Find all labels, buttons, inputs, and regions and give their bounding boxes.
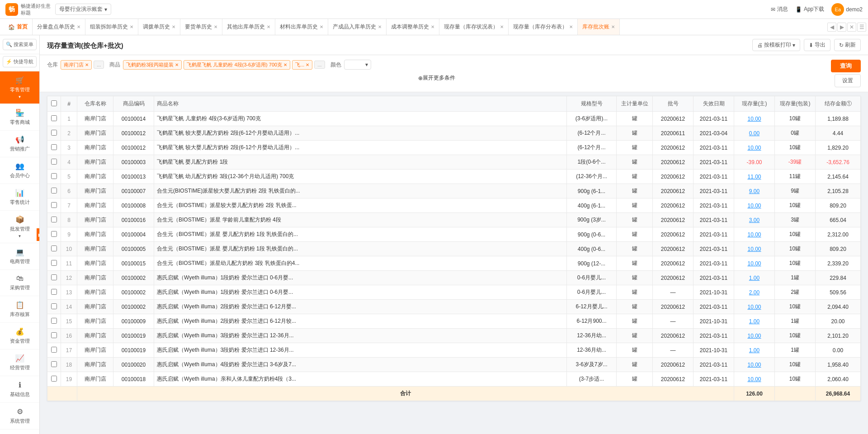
export-btn[interactable]: ⬇ 导出: [804, 39, 830, 51]
sidebar-item-finance[interactable]: 💰 资金管理: [0, 323, 39, 349]
cell-qty-main[interactable]: 11.00: [734, 170, 775, 184]
cell-qty-main[interactable]: 1.00: [734, 271, 775, 285]
close-icon[interactable]: ✕: [267, 24, 270, 29]
close-icon[interactable]: ✕: [611, 24, 615, 29]
nav-next-btn[interactable]: ▶: [837, 23, 846, 32]
cell-qty-main[interactable]: 10.00: [734, 358, 775, 372]
th-name[interactable]: 商品名称: [154, 96, 567, 112]
remove-product-tag-3[interactable]: ✕: [306, 62, 309, 67]
cell-checkbox[interactable]: [47, 170, 61, 184]
cell-checkbox[interactable]: [47, 198, 61, 213]
cell-checkbox[interactable]: [47, 155, 61, 170]
cell-qty-main[interactable]: 10.00: [734, 141, 775, 155]
nav-prev-btn[interactable]: ◀: [827, 23, 836, 32]
th-expire[interactable]: 失效日期: [693, 96, 734, 112]
row-checkbox[interactable]: [51, 274, 57, 280]
sidebar-item-management[interactable]: 📈 经营管理: [0, 349, 39, 376]
remove-product-tag-1[interactable]: ✕: [175, 62, 179, 67]
sidebar-item-ecommerce[interactable]: 💻 电商管理: [0, 243, 39, 270]
row-checkbox[interactable]: [51, 376, 57, 382]
product-tag-more[interactable]: ...: [314, 61, 325, 69]
th-balance[interactable]: 结存金额①: [816, 96, 861, 112]
cell-qty-main[interactable]: 10.00: [734, 198, 775, 213]
search-menu-btn[interactable]: 🔍 搜索菜单: [3, 39, 37, 50]
set-btn[interactable]: 设置: [835, 74, 861, 87]
cell-qty-main[interactable]: 2.00: [734, 285, 775, 300]
tab-order[interactable]: 要货单历史 ✕: [180, 19, 222, 35]
cell-checkbox[interactable]: [47, 271, 61, 285]
quick-nav-btn[interactable]: ⚡ 快捷导航: [3, 56, 37, 67]
cell-checkbox[interactable]: [47, 141, 61, 155]
cell-checkbox[interactable]: [47, 126, 61, 141]
row-checkbox[interactable]: [51, 173, 57, 179]
row-checkbox[interactable]: [51, 332, 57, 338]
tab-stock-status[interactable]: 现存量（库存状况表） ✕: [439, 19, 509, 35]
th-code[interactable]: 商品编码: [113, 96, 154, 112]
cell-checkbox[interactable]: [47, 372, 61, 387]
cell-qty-main[interactable]: 1.00: [734, 343, 775, 358]
th-unit[interactable]: 主计量单位: [617, 96, 653, 112]
sidebar-item-retail-stats[interactable]: 📊 零售统计: [0, 184, 39, 211]
close-icon[interactable]: ✕: [569, 24, 573, 29]
cell-checkbox[interactable]: [47, 184, 61, 198]
product-tag-1[interactable]: 飞鹤奶粉3段丙箱提装 ✕: [123, 60, 182, 70]
close-icon[interactable]: ✕: [172, 24, 175, 29]
sidebar-item-wholesale[interactable]: 📦 批发管理 ▼: [0, 211, 39, 243]
product-tag-3[interactable]: 飞... ✕: [292, 60, 312, 70]
company-selector[interactable]: 母婴行业演示账套 ▾: [55, 4, 111, 15]
remove-warehouse-tag[interactable]: ✕: [85, 62, 89, 67]
cell-qty-main[interactable]: 10.00: [734, 329, 775, 343]
row-checkbox[interactable]: [51, 217, 57, 222]
remove-product-tag-2[interactable]: ✕: [283, 62, 287, 67]
select-all-checkbox[interactable]: [51, 100, 57, 106]
th-batch[interactable]: 批号: [653, 96, 693, 112]
nav-menu-btn[interactable]: ☰: [857, 23, 866, 32]
row-checkbox[interactable]: [51, 289, 57, 295]
cell-qty-main[interactable]: 10.00: [734, 227, 775, 242]
cell-qty-main[interactable]: 10.00: [734, 242, 775, 256]
cell-checkbox[interactable]: [47, 285, 61, 300]
cell-qty-main[interactable]: 10.00: [734, 256, 775, 271]
cell-checkbox[interactable]: [47, 343, 61, 358]
sidebar-item-purchase[interactable]: 🛍 采购管理: [0, 270, 39, 296]
user-area[interactable]: Ea demo2: [831, 3, 863, 16]
row-checkbox[interactable]: [51, 260, 57, 266]
cell-checkbox[interactable]: [47, 329, 61, 343]
sidebar-item-collab[interactable]: 🤝 企业协同: [0, 429, 39, 434]
tab-transfer[interactable]: 调拨单历史 ✕: [138, 19, 180, 35]
close-icon[interactable]: ✕: [130, 24, 133, 29]
cell-checkbox[interactable]: [47, 300, 61, 314]
color-dropdown[interactable]: ▾: [344, 60, 371, 70]
sidebar-item-member[interactable]: 👥 会员中心: [0, 157, 39, 184]
row-checkbox[interactable]: [51, 115, 57, 121]
row-checkbox[interactable]: [51, 202, 57, 208]
tab-other-out[interactable]: 其他出库单历史 ✕: [222, 19, 275, 35]
cell-checkbox[interactable]: [47, 112, 61, 126]
row-checkbox[interactable]: [51, 361, 57, 367]
th-qty-pkg[interactable]: 现存量(包装): [775, 96, 816, 112]
close-icon[interactable]: ✕: [431, 24, 434, 29]
tab-home[interactable]: 🏠 首页: [4, 19, 33, 35]
tab-material-out[interactable]: 材料出库单历史 ✕: [275, 19, 328, 35]
tab-inventory-count[interactable]: 分量盘点单历史 ✕: [33, 19, 85, 35]
cell-qty-main[interactable]: 10.00: [734, 372, 775, 387]
tab-assembly[interactable]: 组装拆卸单历史 ✕: [85, 19, 138, 35]
sidebar-item-basic[interactable]: ℹ 基础信息: [0, 376, 39, 403]
tab-product-in[interactable]: 产成品入库单历史 ✕: [328, 19, 387, 35]
cell-qty-main[interactable]: 10.00: [734, 300, 775, 314]
th-qty-main[interactable]: 现存量(主): [734, 96, 775, 112]
warehouse-tag-nanqu[interactable]: 南岸门店 ✕: [61, 60, 92, 70]
close-icon[interactable]: ✕: [77, 24, 80, 29]
sidebar-item-mall[interactable]: 🏪 零售商城: [0, 104, 39, 131]
row-checkbox[interactable]: [51, 245, 57, 251]
app-download-btn[interactable]: 📱 App下载: [795, 5, 824, 13]
row-checkbox[interactable]: [51, 347, 57, 353]
message-btn[interactable]: ✉ 消息: [771, 5, 788, 13]
nav-close-btn[interactable]: ✕: [847, 23, 856, 32]
cell-qty-main[interactable]: 10.00: [734, 112, 775, 126]
row-checkbox[interactable]: [51, 130, 57, 136]
close-icon[interactable]: ✕: [320, 24, 323, 29]
print-btn[interactable]: 🖨 按模板打印 ▾: [752, 39, 800, 51]
sidebar-item-retail[interactable]: 🛒 零售管理 ▼: [0, 71, 39, 104]
th-checkbox[interactable]: [47, 96, 61, 112]
